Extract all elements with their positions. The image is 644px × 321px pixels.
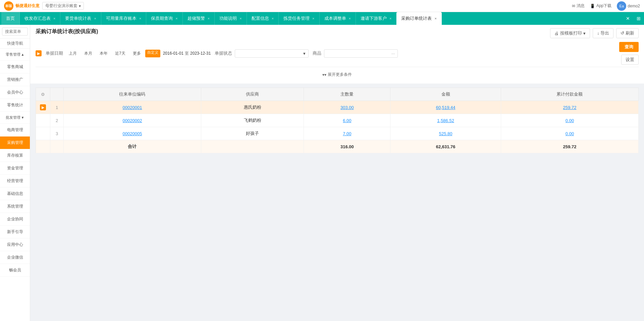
status-filter-group: 单据状态 ▾ — [215, 49, 309, 58]
tab-invite-downstream-close[interactable]: × — [389, 16, 391, 20]
expand-more-label: 展开更多条件 — [328, 72, 352, 77]
row1-expand-icon[interactable]: ▶ — [40, 104, 46, 110]
sidebar-item-app-center[interactable]: 应用中心 — [0, 238, 30, 251]
sidebar-item-operation[interactable]: 经营管理 — [0, 175, 30, 188]
tab-config-info[interactable]: 配置信息 × — [247, 12, 279, 25]
filter-expand-toggle[interactable]: ▶ — [36, 50, 42, 56]
message-action[interactable]: ✉ 消息 — [572, 3, 585, 9]
nav-tabs-end: ✕ ⊞ — [623, 12, 644, 25]
row2-main-qty-link[interactable]: 6.00 — [343, 118, 351, 123]
app-download-action[interactable]: 📱 App下载 — [590, 3, 611, 9]
refresh-button[interactable]: ↺ 刷新 — [616, 28, 639, 38]
nav-tabs: 首页 收发存汇总表 × 要货单统计表 × 可用量库存账本 × 保质期查询 × 超… — [0, 12, 644, 25]
sidebar-item-marketing[interactable]: 营销推广 — [0, 73, 30, 86]
row1-amount-link[interactable]: 60,519.44 — [436, 105, 455, 110]
row3-main-qty-link[interactable]: 7.00 — [343, 131, 351, 136]
tab-overstock[interactable]: 超储预警 × — [183, 12, 215, 25]
date-btn-this-year[interactable]: 本年 — [97, 50, 111, 57]
operation-label: 经营管理 — [7, 178, 23, 183]
sidebar-item-quick-nav[interactable]: 快捷导航 — [0, 39, 30, 49]
tab-inventory-book-close[interactable]: × — [139, 16, 141, 20]
col-row-num — [50, 88, 64, 101]
sidebar-item-retail-manage[interactable]: 零售管理 ▲ — [0, 49, 30, 61]
sidebar-item-ecommerce[interactable]: 电商管理 — [0, 124, 30, 137]
search-input[interactable] — [2, 28, 28, 36]
tab-receive-send-close[interactable]: × — [53, 16, 55, 20]
row3-main-qty: 7.00 — [304, 127, 390, 140]
custom-date-badge[interactable]: 自定义 — [145, 50, 160, 57]
sidebar-item-new-guide[interactable]: 新手引导 — [0, 226, 30, 238]
row1-paid-amount-link[interactable]: 259.72 — [563, 105, 577, 110]
query-button[interactable]: 查询 — [619, 42, 639, 52]
tab-picking-task[interactable]: 拣货任务管理 × — [279, 12, 319, 25]
sidebar-item-enterprise-collab[interactable]: 企业协同 — [0, 213, 30, 226]
footer-main-qty: 316.00 — [304, 140, 390, 153]
tab-overstock-close[interactable]: × — [208, 16, 210, 20]
settings-button[interactable]: 设置 — [621, 55, 639, 65]
export-icon: ↓ — [597, 31, 599, 36]
app-center-label: 应用中心 — [7, 242, 23, 247]
row3-amount: 525.80 — [390, 127, 501, 140]
export-button[interactable]: ↓ 导出 — [593, 28, 613, 38]
sidebar-item-purchase-manage[interactable]: 采购管理 — [0, 137, 30, 149]
status-select[interactable]: ▾ — [235, 49, 309, 58]
date-btn-7days[interactable]: 近7天 — [112, 50, 128, 57]
sidebar-item-finance[interactable]: 资金管理 — [0, 162, 30, 175]
top-bar-right: ✉ 消息 📱 App下载 Ea demo2 — [572, 1, 640, 11]
table-header-row: ⚙ 往来单位编码 供应商 主数量 金额 累计付款金额 — [36, 88, 639, 101]
date-to-label: 2023-12-31 — [190, 51, 211, 56]
workspace-selector[interactable]: 母婴行业演示账套 ▾ — [42, 2, 84, 10]
sidebar-item-system[interactable]: 系统管理 — [0, 200, 30, 213]
row1-main-qty-link[interactable]: 303.00 — [340, 105, 354, 110]
product-label: 商品 — [313, 50, 321, 56]
tab-requisition[interactable]: 要货单统计表 × — [60, 12, 101, 25]
user-profile[interactable]: Ea demo2 — [617, 1, 640, 11]
tab-cost-adjust[interactable]: 成本调整单 × — [320, 12, 356, 25]
nav-close-all-button[interactable]: ✕ — [623, 12, 633, 25]
nav-menu-button[interactable]: ⊞ — [633, 12, 644, 25]
date-from-label: 2016-01-01 — [163, 51, 183, 56]
product-input[interactable]: ··· — [324, 49, 398, 58]
row2-main-qty: 6.00 — [304, 114, 390, 127]
tab-expiry-query[interactable]: 保质期查询 × — [146, 12, 182, 25]
date-btn-last-month[interactable]: 上月 — [66, 50, 80, 57]
date-btn-this-month[interactable]: 本月 — [81, 50, 95, 57]
sidebar-item-retail-stats[interactable]: 零售统计 — [0, 99, 30, 112]
row3-unit-code-link[interactable]: 00020005 — [123, 131, 142, 136]
row3-amount-link[interactable]: 525.80 — [439, 131, 452, 136]
sidebar-item-basic-info[interactable]: 基础信息 — [0, 188, 30, 200]
sidebar-item-enterprise-wechat[interactable]: 企业微信 — [0, 251, 30, 264]
inventory-check-label: 库存核算 — [7, 153, 23, 158]
tab-function-desc-close[interactable]: × — [239, 16, 241, 20]
sidebar-item-inventory-check[interactable]: 库存核算 — [0, 149, 30, 162]
tab-config-info-close[interactable]: × — [272, 16, 274, 20]
tab-inventory-book-label: 可用量库存账本 — [106, 15, 137, 21]
sidebar-item-wholesale[interactable]: 批发管理 ▼ — [0, 112, 30, 124]
tab-function-desc[interactable]: 功能说明 × — [215, 12, 247, 25]
tab-picking-task-close[interactable]: × — [312, 16, 314, 20]
tab-cost-adjust-close[interactable]: × — [349, 16, 351, 20]
row2-unit-code-link[interactable]: 00020002 — [123, 118, 142, 123]
expand-more-button[interactable]: ▾▾ 展开更多条件 — [320, 69, 355, 80]
tab-expiry-query-close[interactable]: × — [175, 16, 177, 20]
print-button[interactable]: 🖨 按模板打印 ▾ — [550, 28, 590, 38]
status-label: 单据状态 — [215, 50, 232, 56]
tab-purchase-summary-close[interactable]: × — [434, 16, 436, 20]
col-supplier: 供应商 — [201, 88, 304, 101]
row2-amount-link[interactable]: 1,586.52 — [437, 118, 454, 123]
row3-paid-amount-link[interactable]: 0.00 — [566, 131, 574, 136]
tab-requisition-close[interactable]: × — [94, 16, 96, 20]
tab-home[interactable]: 首页 — [1, 12, 20, 25]
date-btn-more[interactable]: 更多 — [130, 50, 144, 57]
row2-paid-amount-link[interactable]: 0.00 — [566, 118, 574, 123]
sidebar-item-member-center[interactable]: 会员中心 — [0, 86, 30, 99]
sidebar-item-retail-shop[interactable]: 零售商城 — [0, 61, 30, 73]
tab-purchase-summary[interactable]: 采购订单统计表 × — [396, 12, 441, 25]
settings-column-icon[interactable]: ⚙ — [41, 92, 45, 97]
tab-invite-downstream[interactable]: 邀请下游客户 × — [356, 12, 396, 25]
tab-receive-send[interactable]: 收发存汇总表 × — [20, 12, 60, 25]
sidebar-item-vip-member[interactable]: 畅会员 — [0, 264, 30, 277]
row1-unit-code-link[interactable]: 00020001 — [123, 105, 142, 110]
tab-inventory-book[interactable]: 可用量库存账本 × — [101, 12, 146, 25]
row2-paid-amount: 0.00 — [501, 114, 638, 127]
